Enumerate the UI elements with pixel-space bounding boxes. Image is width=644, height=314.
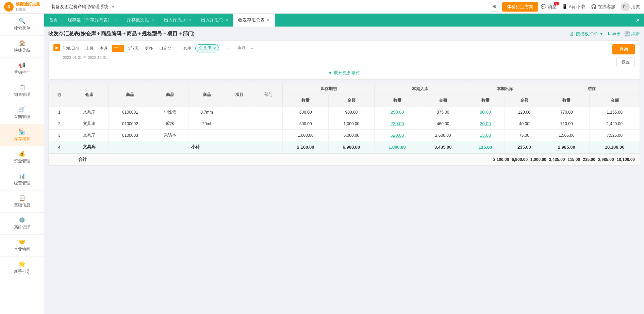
sidebar-item-enterprise[interactable]: 🤝 企业协同	[0, 235, 44, 257]
sub-in-amt: 3,435.00	[420, 141, 466, 153]
tab-close-recv-send[interactable]: ✕	[267, 18, 270, 22]
sidebar-item-label: 销售管理	[14, 92, 30, 98]
sub-bal-qty: 2,985.00	[544, 141, 590, 153]
cell-open-qty: 1,000.00	[283, 130, 329, 141]
tab-close-inout-sum[interactable]: ✕	[225, 18, 228, 22]
cell-dept	[254, 106, 283, 118]
in-qty-link[interactable]: 250.00	[391, 110, 404, 115]
app-download-button[interactable]: 📱 App下载	[562, 4, 585, 10]
warehouse-tag-close[interactable]: ✕	[213, 46, 216, 51]
avatar: Ea	[621, 2, 630, 11]
sidebar-item-finance[interactable]: 💰 资金管理	[0, 146, 44, 168]
trial-button[interactable]: 体验行业方案	[502, 2, 538, 12]
cell-spec: 0.7mm	[188, 106, 225, 118]
tab-close-stock-dist[interactable]: ✕	[114, 18, 117, 22]
date-option-more[interactable]: 更多	[143, 45, 155, 52]
enterprise-icon: 🤝	[19, 239, 26, 245]
date-label: 记账日期	[63, 46, 79, 51]
sub-out-qty-link[interactable]: 115.00	[479, 145, 492, 150]
collapse-arrow[interactable]: ▶	[53, 44, 60, 51]
messages-button[interactable]: 💬 消息 6	[541, 4, 557, 10]
logo-area: 6 畅捷通好生意 标准版	[4, 1, 48, 12]
date-option-7days[interactable]: 近7天	[126, 45, 141, 52]
table-row: 2 文具库 0100002 胶水 20ml 500.00 1,000.00 23…	[49, 118, 640, 130]
goods-more[interactable]: ···	[251, 46, 254, 51]
sub-in-qty-link[interactable]: 1,000.00	[389, 145, 406, 150]
tabs-close-all-button[interactable]: ✕	[631, 17, 644, 23]
sidebar-item-base[interactable]: 📋 基础信息	[0, 191, 44, 213]
total-out-amt: 235.00	[581, 157, 597, 162]
export-icon: ⬇	[607, 31, 611, 36]
print-icon: 🖨	[570, 31, 574, 36]
refresh-button[interactable]: 🔄 刷新	[624, 31, 640, 37]
sidebar-item-purchase[interactable]: 🛒 采购管理	[0, 102, 44, 124]
sidebar-item-business[interactable]: 📊 经营管理	[0, 168, 44, 191]
cell-bal-amt: 7,525.00	[590, 130, 640, 141]
date-option-curr[interactable]: 本月	[98, 45, 110, 52]
set-button[interactable]: 设置	[616, 57, 635, 67]
tab-inout-sum[interactable]: 出入库汇总 ✕	[196, 14, 233, 27]
online-service-button[interactable]: 🎧 在线客服	[591, 4, 615, 10]
sidebar-item-label: 采购管理	[14, 114, 30, 120]
out-qty-link[interactable]: 15.00	[480, 133, 491, 138]
cell-bal-qty: 1,505.00	[544, 130, 590, 141]
cell-in-amt: 460.00	[420, 118, 466, 130]
tab-close-inout-flow[interactable]: ✕	[188, 18, 191, 22]
export-button[interactable]: ⬇ 导出	[607, 31, 621, 37]
expand-button[interactable]: ▼ 展开更多条件	[328, 70, 360, 76]
page-title: 收发存汇总表(按仓库＋商品编码＋商品＋规格型号＋项目＋部门)	[48, 31, 195, 37]
print-button[interactable]: 🖨 按模板打印 ▼	[570, 31, 604, 37]
cell-open-amt: 900.00	[329, 106, 375, 118]
cell-in-qty: 230.00	[374, 118, 420, 130]
sidebar-item-search[interactable]: 🔍 搜索菜单	[0, 14, 44, 36]
sidebar-item-warehouse[interactable]: 🏪 库存核算	[0, 124, 44, 146]
cell-code: 0100001	[109, 106, 152, 118]
tab-home[interactable]: 首页	[44, 14, 63, 27]
date-option-prev[interactable]: 上月	[83, 45, 96, 52]
cell-spec: 20ml	[188, 118, 225, 130]
sidebar-item-guide[interactable]: 🌟 新手引导	[0, 257, 44, 279]
cell-bal-qty: 770.00	[544, 106, 590, 118]
date-option-year[interactable]: 本年	[112, 45, 124, 52]
tab-close-batch[interactable]: ✕	[151, 18, 154, 22]
sales-icon: 📋	[19, 84, 26, 90]
total-bal-amt: 10,100.00	[615, 157, 636, 162]
out-qty-link[interactable]: 80.00	[480, 110, 491, 115]
main-layout: 🔍 搜索菜单 🏠 快捷导航 📢 营销推广 📋 销售管理 🛒 采购管理 🏪 库存核…	[0, 14, 644, 314]
tab-recv-send[interactable]: 收发存汇总表 ✕	[233, 14, 275, 27]
sidebar-item-sales[interactable]: 📋 销售管理	[0, 80, 44, 102]
table-settings-icon[interactable]: ⚙	[57, 92, 62, 98]
tab-batch[interactable]: 库存批次账 ✕	[122, 14, 159, 27]
date-option-custom[interactable]: 自定义	[157, 45, 174, 52]
col-goods: 商品	[152, 83, 188, 106]
cell-open-amt: 5,000.00	[329, 130, 375, 141]
cell-project	[225, 130, 254, 141]
sidebar-item-system[interactable]: ⚙️ 系统管理	[0, 213, 44, 235]
warehouse-more[interactable]: ···	[225, 46, 228, 51]
col-out-amt: 金额	[505, 95, 544, 106]
in-qty-link[interactable]: 520.00	[391, 133, 404, 138]
filter-right: 查询 设置	[612, 44, 635, 67]
in-qty-link[interactable]: 230.00	[391, 121, 404, 126]
user-menu[interactable]: Ea 用友	[621, 2, 640, 11]
sub-open-qty: 2,100.00	[283, 141, 329, 153]
col-bal-qty: 数量	[544, 95, 590, 106]
warehouse-tag: 文具库 ✕	[195, 44, 219, 52]
tab-inout-flow[interactable]: 出入库流水 ✕	[159, 14, 196, 27]
sidebar-item-quick[interactable]: 🏠 快捷导航	[0, 36, 44, 58]
settings-button[interactable]: ⚙	[490, 2, 499, 12]
tab-stock-dist[interactable]: 现存量（库存分布表） ✕	[63, 14, 122, 27]
out-qty-link[interactable]: 20.00	[480, 121, 491, 126]
top-bar: 6 畅捷通好生意 标准版 装备及固定资产辅助管理系统 ▼ ⚙ 体验行业方案 💬 …	[0, 0, 644, 14]
cell-in-qty: 520.00	[374, 130, 420, 141]
search-icon: 🔍	[19, 18, 26, 24]
page-content: 收发存汇总表(按仓库＋商品编码＋商品＋规格型号＋项目＋部门) 🖨 按模板打印 ▼…	[44, 27, 644, 314]
cell-project	[225, 106, 254, 118]
cell-dept	[254, 118, 283, 130]
cell-warehouse: 文具库	[70, 106, 109, 118]
cell-open-qty: 600.00	[283, 106, 329, 118]
sidebar-item-marketing[interactable]: 📢 营销推广	[0, 58, 44, 80]
system-dropdown-icon[interactable]: ▼	[111, 5, 115, 9]
query-button[interactable]: 查询	[612, 44, 635, 54]
filter-row-date: 记账日期 上月 本月 本年 近7天 更多 自定义 仓库 文	[63, 44, 610, 52]
